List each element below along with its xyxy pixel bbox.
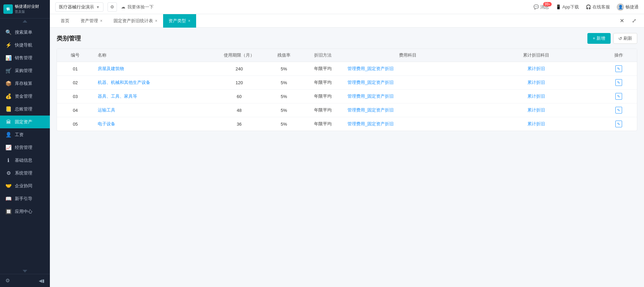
sidebar-label-8: 工资 xyxy=(15,132,24,138)
cell-accum-1: 累计折旧 xyxy=(472,76,600,90)
cell-action-0[interactable]: ✎ xyxy=(600,62,637,76)
edit-icon-1[interactable]: ✎ xyxy=(615,79,622,86)
cell-name-1: 机器、机械和其他生产设备 xyxy=(94,76,213,90)
user-profile-btn[interactable]: 👤 畅捷通 xyxy=(617,3,639,11)
experience-label: 我要体验一下 xyxy=(127,4,154,10)
cell-accum-4: 累计折旧 xyxy=(472,117,600,131)
edit-icon-3[interactable]: ✎ xyxy=(615,107,622,114)
chevron-down-icon: ▼ xyxy=(96,5,100,9)
sidebar-item-基础信息[interactable]: ℹ 基础信息 xyxy=(0,154,50,167)
tab-asset-management[interactable]: 资产管理 × xyxy=(75,14,108,28)
sidebar-icon-7: 🏛 xyxy=(5,119,11,125)
app-download-btn[interactable]: 📱 App下载 xyxy=(556,4,579,10)
sidebar-item-企业协同[interactable]: 🤝 企业协同 xyxy=(0,180,50,192)
logo-text-block: 畅捷通好业财 普及版 xyxy=(15,4,39,14)
scroll-down-btn[interactable] xyxy=(23,270,27,273)
sidebar-label-4: 库存核算 xyxy=(15,81,32,87)
app-download-label: App下载 xyxy=(562,4,579,10)
sidebar-item-系统管理[interactable]: ⚙ 系统管理 xyxy=(0,167,50,180)
experience-link[interactable]: ☁ 我要体验一下 xyxy=(121,4,154,10)
sidebar-item-工资[interactable]: 👤 工资 xyxy=(0,128,50,141)
cell-method-1: 年限平均 xyxy=(302,76,343,90)
refresh-icon: ↺ xyxy=(618,36,622,41)
cell-period-2: 60 xyxy=(213,90,266,103)
sidebar-label-7: 固定资产 xyxy=(15,119,32,125)
tab-asset-type-close[interactable]: × xyxy=(188,19,190,23)
cell-code-3: 04 xyxy=(57,103,94,117)
expand-tab-action[interactable]: ⤢ xyxy=(629,16,639,26)
sidebar-label-2: 销售管理 xyxy=(15,55,32,61)
sidebar-item-库存核算[interactable]: 📦 库存核算 xyxy=(0,77,50,90)
cell-name-2: 器具、工具、家具等 xyxy=(94,90,213,103)
sidebar-footer: ⚙ ◀▮ xyxy=(0,274,50,287)
tab-asset-management-close[interactable]: × xyxy=(100,19,102,23)
cell-code-2: 03 xyxy=(57,90,94,103)
sidebar-item-快捷导航[interactable]: ⚡ 快捷导航 xyxy=(0,39,50,52)
tab-depreciation-label: 固定资产折旧统计表 xyxy=(114,18,153,24)
sidebar-icon-9: 📈 xyxy=(5,145,11,151)
edit-icon-2[interactable]: ✎ xyxy=(615,93,622,100)
page-actions: + 新增 ↺ 刷新 xyxy=(587,33,637,44)
table-header-row: 编号 名称 使用期限（月） 残值率 折旧方法 费用科目 累计折旧科目 操作 xyxy=(57,49,637,62)
topbar: 医疗器械行业演示 ▼ ⚙ ☁ 我要体验一下 💬 消息 99+ 📱 App下载 🎧… xyxy=(50,0,644,14)
sidebar-label-10: 基础信息 xyxy=(15,157,32,163)
sidebar-label-0: 搜索菜单 xyxy=(15,29,32,35)
cell-expense-1: 管理费用_固定资产折旧 xyxy=(343,76,472,90)
sidebar-item-采购管理[interactable]: 🛒 采购管理 xyxy=(0,64,50,77)
category-table-container: 编号 名称 使用期限（月） 残值率 折旧方法 费用科目 累计折旧科目 操作 01… xyxy=(57,49,637,131)
sidebar-icon-4: 📦 xyxy=(5,81,11,87)
cell-method-3: 年限平均 xyxy=(302,103,343,117)
cell-expense-2: 管理费用_固定资产折旧 xyxy=(343,90,472,103)
new-button[interactable]: + 新增 xyxy=(587,33,611,44)
sidebar-icon-13: 📖 xyxy=(5,196,11,202)
customer-service-label: 在线客服 xyxy=(592,4,610,10)
main-content: 医疗器械行业演示 ▼ ⚙ ☁ 我要体验一下 💬 消息 99+ 📱 App下载 🎧… xyxy=(50,0,644,287)
table-header: 编号 名称 使用期限（月） 残值率 折旧方法 费用科目 累计折旧科目 操作 xyxy=(57,49,637,62)
sidebar-item-搜索菜单[interactable]: 🔍 搜索菜单 xyxy=(0,26,50,39)
refresh-label: 刷新 xyxy=(623,35,632,41)
sidebar-item-应用中心[interactable]: 🔲 应用中心 xyxy=(0,205,50,218)
table-body: 01 房屋及建筑物 240 5% 年限平均 管理费用_固定资产折旧 累计折旧 ✎… xyxy=(57,62,637,131)
sidebar-label-5: 资金管理 xyxy=(15,93,32,99)
edit-icon-0[interactable]: ✎ xyxy=(615,65,622,72)
cell-expense-4: 管理费用_固定资产折旧 xyxy=(343,117,472,131)
tab-depreciation-close[interactable]: × xyxy=(155,19,157,23)
edit-icon-4[interactable]: ✎ xyxy=(615,121,622,127)
company-selector[interactable]: 医疗器械行业演示 ▼ xyxy=(55,2,103,12)
sidebar-item-资金管理[interactable]: 💰 资金管理 xyxy=(0,90,50,103)
table-row: 01 房屋及建筑物 240 5% 年限平均 管理费用_固定资产折旧 累计折旧 ✎ xyxy=(57,62,637,76)
cell-action-2[interactable]: ✎ xyxy=(600,90,637,103)
sidebar-label-11: 系统管理 xyxy=(15,170,32,176)
col-accum: 累计折旧科目 xyxy=(472,49,600,62)
sidebar-settings-btn[interactable]: ⚙ xyxy=(5,278,10,284)
cell-method-0: 年限平均 xyxy=(302,62,343,76)
sidebar-icon-0: 🔍 xyxy=(5,29,11,35)
cell-period-3: 48 xyxy=(213,103,266,117)
sidebar-label-13: 新手引导 xyxy=(15,196,32,202)
page-content: 类别管理 + 新增 ↺ 刷新 编号 名称 使用期限（月） 残值率 折旧方法 xyxy=(50,28,644,287)
sidebar-collapse-btn[interactable]: ◀▮ xyxy=(39,278,44,283)
close-tab-action[interactable]: ✕ xyxy=(617,16,626,26)
cell-code-1: 02 xyxy=(57,76,94,90)
sidebar-item-固定资产[interactable]: 🏛 固定资产 xyxy=(0,116,50,128)
refresh-button[interactable]: ↺ 刷新 xyxy=(613,33,637,44)
sidebar-item-总账管理[interactable]: 📒 总账管理 xyxy=(0,103,50,116)
headset-icon: 🎧 xyxy=(586,4,591,9)
tab-home[interactable]: 首页 xyxy=(55,14,75,28)
tab-asset-type[interactable]: 资产类型 × xyxy=(163,14,196,28)
sidebar-item-经营管理[interactable]: 📈 经营管理 xyxy=(0,141,50,154)
scroll-up-btn[interactable] xyxy=(23,20,27,23)
sidebar-item-销售管理[interactable]: 📊 销售管理 xyxy=(0,52,50,64)
sidebar-icon-10: ℹ xyxy=(5,157,11,163)
cell-action-4[interactable]: ✎ xyxy=(600,117,637,131)
notifications-btn[interactable]: 💬 消息 99+ xyxy=(533,4,549,10)
tab-depreciation-table[interactable]: 固定资产折旧统计表 × xyxy=(108,14,163,28)
cell-accum-0: 累计折旧 xyxy=(472,62,600,76)
cell-action-3[interactable]: ✎ xyxy=(600,103,637,117)
cell-method-4: 年限平均 xyxy=(302,117,343,131)
sidebar-item-新手引导[interactable]: 📖 新手引导 xyxy=(0,192,50,205)
topbar-settings-btn[interactable]: ⚙ xyxy=(108,2,117,12)
cell-action-1[interactable]: ✎ xyxy=(600,76,637,90)
customer-service-btn[interactable]: 🎧 在线客服 xyxy=(586,4,610,10)
company-name: 医疗器械行业演示 xyxy=(59,4,94,10)
